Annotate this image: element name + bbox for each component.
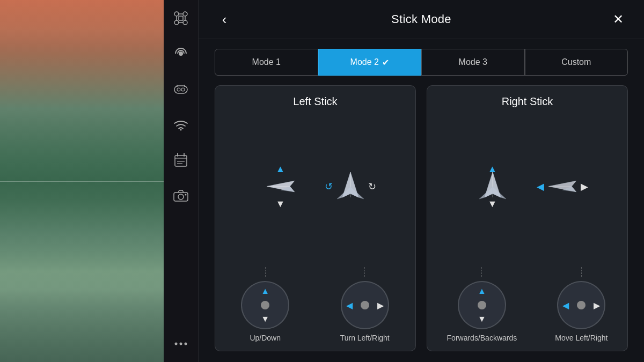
right-movelr-group: ◀ ▶ — [536, 162, 589, 211]
svg-point-26 — [180, 343, 182, 345]
left-stick-panel: Left Stick ▲ ▼ — [215, 85, 416, 351]
svg-point-25 — [175, 343, 178, 345]
drone-icon[interactable] — [171, 8, 191, 28]
joystick-dot-turn — [361, 301, 369, 309]
right-stick-icons: ▲ ▼ ◀ — [466, 115, 589, 257]
right-stick-panel: Right Stick ▲ ▼ — [427, 85, 628, 351]
tab-custom[interactable]: Custom — [525, 49, 628, 76]
right-stick-title: Right Stick — [502, 95, 553, 108]
right-joystick-dot-fwd — [478, 301, 486, 309]
page-title: Stick Mode — [391, 12, 451, 26]
right-down-arrow-icon: ▼ — [488, 198, 497, 210]
header: ‹ Stick Mode ✕ — [199, 0, 644, 39]
left-turn-plane: ↺ ↻ — [324, 162, 377, 211]
svg-point-1 — [183, 12, 187, 16]
svg-marker-33 — [337, 187, 350, 199]
joystick-left-arrow: ◀ — [346, 300, 353, 311]
up-arrow-icon: ▲ — [276, 164, 286, 175]
left-turn-joystick-group: ◀ ▶ Turn Left/Right — [340, 267, 390, 342]
mode-tabs: Mode 1 Mode 2 ✔ Mode 3 Custom — [199, 39, 644, 76]
dashed-line-right-lr — [581, 267, 582, 277]
svg-point-12 — [181, 88, 185, 91]
joystick-up-arrow: ▲ — [261, 286, 269, 296]
rotate-right-icon: ↻ — [368, 181, 376, 193]
tab-mode1[interactable]: Mode 1 — [215, 49, 318, 76]
svg-point-11 — [177, 88, 180, 91]
check-icon: ✔ — [382, 57, 389, 68]
right-movelr-joystick-group: ◀ ▶ Move Left/Right — [555, 267, 608, 342]
rotate-left-icon: ↺ — [325, 181, 333, 193]
right-movelr-joystick: ◀ ▶ — [557, 281, 605, 329]
svg-point-0 — [174, 12, 179, 16]
right-fwd-label: Forwards/Backwards — [447, 334, 517, 342]
svg-rect-16 — [175, 156, 187, 166]
joystick-down-arrow: ▼ — [261, 314, 269, 324]
left-turn-joystick: ◀ ▶ — [341, 281, 389, 329]
right-joystick-left-arrow: ◀ — [562, 300, 569, 311]
camera-icon[interactable] — [171, 185, 191, 205]
svg-marker-38 — [493, 187, 506, 199]
right-movelr-plane-svg — [546, 172, 579, 201]
left-updown-plane: ▲ ▼ — [254, 162, 308, 211]
main-panel: ‹ Stick Mode ✕ Mode 1 Mode 2 ✔ Mode 3 Cu… — [199, 0, 644, 362]
right-up-arrow-icon: ▲ — [488, 164, 497, 175]
back-button[interactable]: ‹ — [215, 10, 234, 29]
sidebar — [164, 0, 199, 362]
left-plane-svg — [265, 172, 297, 201]
left-joystick-section: ▲ ▼ Up/Down ◀ ▶ Turn Left/Right — [224, 267, 407, 342]
controller-icon[interactable] — [171, 79, 191, 99]
svg-point-2 — [174, 20, 179, 25]
svg-marker-34 — [350, 187, 364, 199]
svg-point-24 — [185, 194, 187, 196]
right-right-arrow-icon: ▶ — [581, 181, 588, 193]
album-icon[interactable] — [171, 150, 191, 170]
right-movelr-label: Move Left/Right — [555, 334, 608, 342]
svg-point-9 — [179, 51, 183, 56]
joystick-dot — [261, 301, 269, 309]
right-joystick-up-arrow: ▲ — [478, 286, 486, 296]
right-joystick-down-arrow: ▼ — [478, 314, 486, 324]
right-joystick-right-arrow: ▶ — [594, 300, 600, 311]
sticks-container: Left Stick ▲ ▼ — [199, 76, 644, 362]
right-movelr-plane: ◀ ▶ — [536, 162, 589, 211]
left-turn-label: Turn Left/Right — [340, 334, 390, 342]
right-fwd-joystick: ▲ ▼ — [458, 281, 506, 329]
dashed-line-right-fwd — [481, 267, 482, 277]
right-joystick-dot-lr — [577, 301, 586, 309]
right-joystick-section: ▲ ▼ Forwards/Backwards ◀ ▶ Move Left/Rig… — [436, 267, 619, 342]
right-fwd-plane: ▲ ▼ — [466, 162, 519, 211]
svg-point-23 — [178, 194, 184, 200]
left-updown-joystick-group: ▲ ▼ Up/Down — [241, 267, 289, 342]
camera-preview — [0, 0, 164, 362]
left-turn-plane-svg — [332, 168, 369, 205]
left-turn-group: ↺ ↻ — [324, 162, 377, 211]
left-stick-title: Left Stick — [293, 95, 337, 108]
dashed-line-left — [265, 267, 266, 277]
right-left-arrow-icon: ◀ — [537, 181, 544, 193]
joystick-right-arrow: ▶ — [377, 300, 384, 311]
dashed-line-right — [364, 267, 365, 277]
signal-icon[interactable] — [171, 43, 191, 64]
left-updown-joystick: ▲ ▼ — [241, 281, 289, 329]
right-fwd-group: ▲ ▼ — [466, 162, 519, 211]
right-fwd-joystick-group: ▲ ▼ Forwards/Backwards — [447, 267, 517, 342]
left-stick-icons: ▲ ▼ ↺ — [254, 115, 377, 257]
left-updown-label: Up/Down — [250, 334, 281, 342]
more-icon[interactable] — [171, 334, 191, 354]
svg-rect-10 — [174, 86, 187, 93]
svg-rect-8 — [179, 16, 183, 20]
close-button[interactable]: ✕ — [609, 10, 628, 29]
down-arrow-icon: ▼ — [276, 198, 286, 210]
left-updown-group: ▲ ▼ — [254, 162, 308, 211]
wifi-icon[interactable] — [171, 114, 191, 135]
svg-point-15 — [180, 129, 182, 131]
tab-mode3[interactable]: Mode 3 — [421, 49, 525, 76]
svg-point-3 — [183, 20, 187, 25]
svg-marker-37 — [479, 187, 493, 199]
svg-point-27 — [185, 343, 187, 345]
tab-mode2[interactable]: Mode 2 ✔ — [318, 49, 422, 76]
